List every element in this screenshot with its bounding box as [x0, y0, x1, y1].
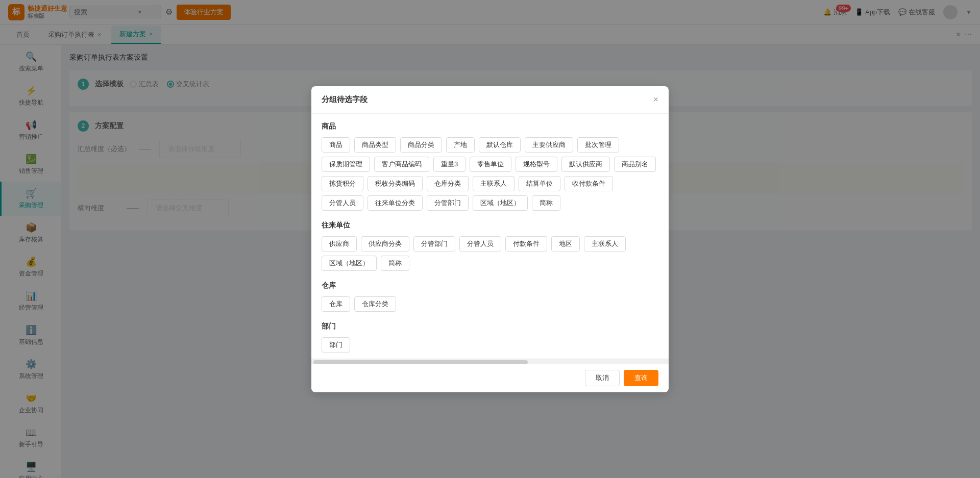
modal-title: 分组待选字段	[322, 95, 368, 105]
field-tag-1-0[interactable]: 供应商	[322, 236, 357, 251]
field-tags-1: 供应商供应商分类分管部门分管人员付款条件地区主联系人区域（地区）简称	[322, 236, 658, 271]
field-tag-0-21[interactable]: 往来单位分类	[368, 195, 423, 211]
modal-section-1: 往来单位供应商供应商分类分管部门分管人员付款条件地区主联系人区域（地区）简称	[322, 221, 658, 271]
modal-hscroll-thumb	[313, 360, 528, 364]
field-tag-0-6[interactable]: 批次管理	[577, 137, 619, 153]
field-tag-1-3[interactable]: 分管人员	[459, 236, 501, 251]
field-tag-0-5[interactable]: 主要供应商	[525, 137, 573, 153]
field-tag-0-12[interactable]: 默认供应商	[561, 157, 610, 172]
field-tags-2: 仓库仓库分类	[322, 296, 658, 312]
modal-header: 分组待选字段 ×	[311, 86, 669, 114]
field-tag-0-3[interactable]: 产地	[446, 137, 475, 153]
section-title-0: 商品	[322, 122, 658, 131]
field-tag-0-24[interactable]: 简称	[532, 195, 560, 211]
field-tag-1-8[interactable]: 简称	[381, 256, 409, 271]
field-tag-0-11[interactable]: 规格型号	[516, 157, 557, 172]
modal-close-icon[interactable]: ×	[653, 94, 658, 105]
modal-cancel-button[interactable]: 取消	[585, 370, 620, 386]
field-tags-3: 部门	[322, 337, 658, 353]
field-tag-0-8[interactable]: 客户商品编码	[374, 157, 429, 172]
section-title-3: 部门	[322, 322, 658, 331]
field-tag-0-4[interactable]: 默认仓库	[479, 137, 521, 153]
field-tag-0-2[interactable]: 商品分类	[400, 137, 442, 153]
field-tag-0-15[interactable]: 税收分类编码	[368, 176, 423, 191]
field-tag-2-1[interactable]: 仓库分类	[354, 296, 396, 312]
field-tag-0-0[interactable]: 商品	[322, 137, 350, 153]
field-tag-0-1[interactable]: 商品类型	[354, 137, 396, 153]
field-tag-1-1[interactable]: 供应商分类	[361, 236, 409, 251]
field-tag-1-6[interactable]: 主联系人	[584, 236, 626, 251]
field-tag-0-16[interactable]: 仓库分类	[427, 176, 469, 191]
modal-section-3: 部门部门	[322, 322, 658, 353]
modal-horizontal-scrollbar[interactable]	[311, 359, 669, 363]
field-tag-0-22[interactable]: 分管部门	[427, 195, 469, 211]
section-title-2: 仓库	[322, 281, 658, 290]
field-tag-1-7[interactable]: 区域（地区）	[322, 256, 377, 271]
modal-section-2: 仓库仓库仓库分类	[322, 281, 658, 312]
field-tag-0-10[interactable]: 零售单位	[470, 157, 511, 172]
field-tag-0-18[interactable]: 结算单位	[519, 176, 560, 191]
modal-body: 商品商品商品类型商品分类产地默认仓库主要供应商批次管理保质期管理客户商品编码重量…	[311, 114, 669, 359]
field-tag-0-19[interactable]: 收付款条件	[565, 176, 613, 191]
field-tag-0-17[interactable]: 主联系人	[473, 176, 514, 191]
field-tag-1-5[interactable]: 地区	[551, 236, 580, 251]
section-title-1: 往来单位	[322, 221, 658, 230]
field-tag-3-0[interactable]: 部门	[322, 337, 350, 353]
field-tag-0-9[interactable]: 重量3	[433, 157, 465, 172]
field-select-modal: 分组待选字段 × 商品商品商品类型商品分类产地默认仓库主要供应商批次管理保质期管…	[311, 86, 669, 392]
field-tag-2-0[interactable]: 仓库	[322, 296, 350, 312]
field-tag-1-4[interactable]: 付款条件	[505, 236, 547, 251]
field-tag-0-14[interactable]: 拣货积分	[322, 176, 363, 191]
field-tag-0-23[interactable]: 区域（地区）	[473, 195, 528, 211]
modal-section-0: 商品商品商品类型商品分类产地默认仓库主要供应商批次管理保质期管理客户商品编码重量…	[322, 122, 658, 211]
field-tags-0: 商品商品类型商品分类产地默认仓库主要供应商批次管理保质期管理客户商品编码重量3零…	[322, 137, 658, 211]
field-tag-0-13[interactable]: 商品别名	[614, 157, 656, 172]
field-tag-0-20[interactable]: 分管人员	[322, 195, 363, 211]
field-tag-1-2[interactable]: 分管部门	[413, 236, 455, 251]
modal-footer: 取消 查询	[311, 363, 669, 392]
modal-confirm-button[interactable]: 查询	[624, 370, 658, 386]
field-tag-0-7[interactable]: 保质期管理	[322, 157, 370, 172]
